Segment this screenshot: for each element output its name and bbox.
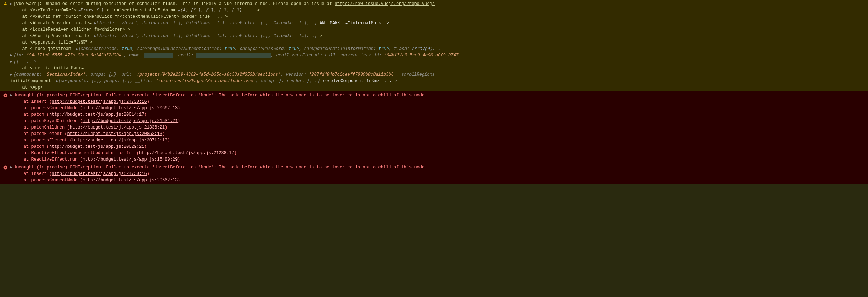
source-link[interactable]: http://budget.test/js/app.js:21336:21 [70, 125, 165, 130]
vue-issue-link[interactable]: https://new-issue.vuejs.org/?repo=vuejs [335, 1, 435, 6]
stack-line: at <AConfigProvider locale= ▶{locale: 'z… [2, 33, 866, 39]
expand-caret[interactable]: ▶ [9, 52, 14, 58]
warning-icon [2, 1, 9, 7]
stack-line: at ReactiveEffect.run (http://budget.tes… [2, 156, 866, 163]
expand-caret[interactable]: ▶ [9, 71, 14, 77]
stack-line: at ReactiveEffect.componentUpdateFn [as … [2, 150, 866, 156]
svg-rect-0 [5, 3, 5, 4]
console-error-message: ▶ Uncaught (in promise) DOMException: Fa… [0, 163, 868, 184]
source-link[interactable]: http://budget.test/js/app.js:20629:21 [49, 144, 144, 149]
source-link[interactable]: http://budget.test/js/app.js:20852:13 [67, 131, 162, 136]
redacted-block [144, 53, 173, 58]
stack-line: at processCommentNode (http://budget.tes… [2, 177, 866, 183]
stack-line: at patchChildren (http://budget.test/js/… [2, 124, 866, 131]
expand-caret[interactable]: ▶ [9, 164, 14, 170]
stack-line: at patchElement (http://budget.test/js/a… [2, 131, 866, 137]
stack-line: at <AppLayout title="分部" > [2, 39, 866, 46]
source-link[interactable]: http://budget.test/js/app.js:15480:29 [83, 157, 178, 162]
console-error-message: ▶ Uncaught (in promise) DOMException: Fa… [0, 91, 868, 163]
stack-line: at patch (http://budget.test/js/app.js:2… [2, 144, 866, 150]
source-link[interactable]: http://budget.test/js/app.js:21534:21 [83, 119, 178, 124]
stack-line: at <Index jetstream= ▶{canCreateTeams: t… [2, 46, 866, 52]
stack-line: at <VxeTable ref=Ref< ▶Proxy {…} > id="s… [2, 7, 866, 14]
stack-line: at insert (http://budget.test/js/app.js:… [2, 99, 866, 105]
stack-line: at patchKeyedChildren (http://budget.tes… [2, 118, 866, 124]
error-text: Uncaught (in promise) DOMException: Fail… [14, 92, 866, 99]
source-link[interactable]: http://budget.test/js/app.js:20712:13 [72, 138, 167, 143]
expand-caret[interactable]: ▶ [9, 59, 14, 65]
object-line: {id: '94b171c8-5555-477a-98ca-6c14fb72d9… [14, 52, 866, 59]
source-link[interactable]: http://budget.test/js/app.js:20614:17 [49, 112, 144, 117]
error-text: Uncaught (in promise) DOMException: Fail… [14, 164, 866, 171]
stack-line: at <VxeGrid ref="xGrid" onMenuClick=fn<c… [2, 14, 866, 20]
array-line: [] ... > [14, 59, 866, 65]
stack-line: at <Inertia initialPage= [2, 65, 866, 71]
error-icon [2, 92, 9, 98]
source-link[interactable]: http://budget.test/js/app.js:24730:16 [52, 99, 147, 104]
expand-caret[interactable]: ▶ [9, 92, 14, 98]
stack-line: at <App> [2, 84, 866, 91]
object-line: {component: 'Sections/Index', props: {…}… [14, 71, 866, 78]
stack-line: at <ALocaleProvider locale= ▶{locale: 'z… [2, 20, 866, 26]
console-warning-message: ▶ [Vue warn]: Unhandled error during exe… [0, 0, 868, 91]
stack-line: at processCommentNode (http://budget.tes… [2, 105, 866, 111]
error-icon [2, 164, 9, 170]
stack-line: initialComponent= ▶{components: {…}, pro… [2, 78, 866, 84]
stack-line: at processElement (http://budget.test/js… [2, 137, 866, 144]
stack-line: at <LocaleReceiver children=fn<children>… [2, 26, 866, 33]
source-link[interactable]: http://budget.test/js/app.js:20662:13 [83, 106, 178, 111]
svg-rect-1 [5, 5, 5, 5]
stack-line: at patch (http://budget.test/js/app.js:2… [2, 111, 866, 118]
source-link[interactable]: http://budget.test/js/app.js:21238:17 [139, 151, 234, 156]
expand-caret[interactable]: ▶ [9, 1, 14, 7]
warning-text: [Vue warn]: Unhandled error during execu… [14, 1, 866, 7]
redacted-block [196, 53, 271, 58]
stack-line: at insert (http://budget.test/js/app.js:… [2, 171, 866, 177]
source-link[interactable]: http://budget.test/js/app.js:24730:16 [52, 171, 147, 176]
source-link[interactable]: http://budget.test/js/app.js:20662:13 [83, 178, 178, 183]
